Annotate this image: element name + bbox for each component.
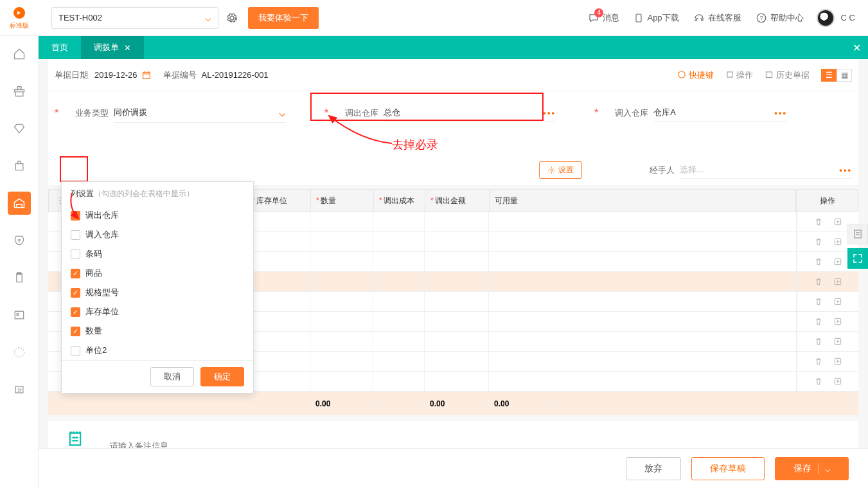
nav-bag-icon[interactable] — [8, 154, 31, 177]
checkbox-icon[interactable] — [71, 346, 80, 356]
handler-select[interactable]: 选择... ••• — [680, 161, 852, 179]
nav-gift-icon[interactable] — [8, 80, 31, 103]
fields-panel: * 业务类型 同价调拨 ⌵ * 调出仓库 总仓 ••• * 调入仓库 仓库 — [48, 91, 858, 185]
delete-icon[interactable] — [814, 337, 823, 346]
nav-network-icon[interactable] — [8, 341, 31, 364]
add-row-icon[interactable] — [833, 317, 842, 326]
note-icon — [66, 430, 84, 448]
popup-footer: 取消 确定 — [62, 360, 253, 393]
nav-diamond-icon[interactable] — [8, 117, 31, 140]
discard-button[interactable]: 放弃 — [626, 457, 681, 480]
column-option[interactable]: ✓商品 — [71, 264, 244, 283]
in-wh-select[interactable]: 仓库A ••• — [653, 104, 787, 122]
tab-transfer-order[interactable]: 调拨单 ✕ — [81, 36, 144, 59]
nav-new-icon[interactable]: 新 — [8, 378, 31, 401]
checkbox-icon[interactable] — [71, 230, 80, 240]
svg-rect-0 — [636, 14, 641, 22]
messages-link[interactable]: 4 消息 — [588, 12, 619, 24]
help-center-link[interactable]: ? 帮助中心 — [756, 12, 804, 24]
svg-rect-10 — [727, 71, 732, 77]
notes-panel-icon[interactable] — [847, 224, 868, 244]
delete-icon[interactable] — [814, 277, 823, 286]
expand-icon[interactable] — [847, 248, 868, 269]
handler-label: 经手人 — [627, 165, 675, 176]
add-row-icon[interactable] — [833, 337, 842, 346]
view-list-icon[interactable]: ☰ — [821, 69, 837, 82]
add-row-icon[interactable] — [833, 377, 842, 386]
add-row-icon[interactable] — [833, 237, 842, 246]
delete-icon[interactable] — [814, 257, 823, 266]
column-option[interactable]: 单位2 — [71, 341, 244, 360]
column-option[interactable]: ✓数量 — [71, 321, 244, 341]
add-row-icon[interactable] — [833, 257, 842, 266]
checkbox-icon[interactable] — [71, 249, 80, 259]
avatar[interactable] — [817, 9, 835, 27]
column-option[interactable]: 调入仓库 — [71, 225, 244, 244]
save-draft-button[interactable]: 保存草稿 — [691, 457, 765, 480]
checkbox-icon[interactable]: ✓ — [71, 288, 80, 298]
col-out-amount: *调出金额 — [425, 190, 490, 212]
foot-qty: 0.00 — [310, 399, 373, 408]
delete-icon[interactable] — [814, 217, 823, 226]
checkbox-icon[interactable]: ✓ — [71, 307, 80, 317]
foot-out-amount: 0.00 — [425, 399, 489, 408]
app-download-label: App下载 — [647, 12, 678, 24]
add-row-icon[interactable] — [833, 277, 842, 286]
delete-icon[interactable] — [814, 317, 823, 326]
col-out-cost: *调出成本 — [374, 190, 425, 212]
close-all-tabs-icon[interactable]: ✕ — [845, 36, 868, 59]
out-wh-select[interactable]: 总仓 ••• — [384, 104, 556, 122]
logo-icon — [12, 6, 27, 21]
popup-list[interactable]: ✓调出仓库调入仓库条码✓商品✓规格型号✓库存单位✓数量单位2 — [62, 206, 253, 360]
tab-home[interactable]: 首页 — [39, 36, 81, 59]
nav-warehouse-icon[interactable] — [8, 192, 31, 215]
nav-id-icon[interactable] — [8, 303, 31, 327]
app-download-link[interactable]: App下载 — [633, 12, 678, 24]
column-option[interactable]: 条码 — [71, 244, 244, 264]
checkbox-icon[interactable]: ✓ — [71, 327, 80, 336]
save-button[interactable]: 保存 ⌵ — [775, 457, 849, 480]
trial-button[interactable]: 我要体验一下 — [248, 7, 319, 29]
column-option-label: 单位2 — [85, 345, 107, 356]
history-link[interactable]: 历史单据 — [765, 69, 810, 81]
biz-type-select[interactable]: 同价调拨 ⌵ — [114, 103, 286, 123]
biz-type-label: 业务类型 — [61, 107, 109, 119]
required-mark: * — [324, 107, 328, 119]
nav-home-icon[interactable] — [8, 42, 31, 66]
grid-footer: 0.00 0.00 0.00 — [48, 392, 858, 415]
nav-money-icon[interactable] — [8, 229, 31, 252]
column-option[interactable]: ✓规格型号 — [71, 283, 244, 302]
col-ops: 操作 — [796, 190, 858, 212]
view-grid-icon[interactable]: ▦ — [837, 69, 852, 82]
date-label: 单据日期 — [55, 69, 88, 81]
column-option[interactable]: ✓调出仓库 — [71, 206, 244, 225]
svg-point-9 — [678, 71, 686, 78]
more-icon: ••• — [774, 108, 787, 118]
close-icon[interactable]: ✕ — [124, 43, 131, 53]
operate-link[interactable]: 操作 — [725, 69, 754, 81]
calendar-icon[interactable] — [141, 70, 152, 80]
popup-cancel-button[interactable]: 取消 — [150, 367, 194, 386]
org-selector[interactable]: TEST-H002 ⌵ — [51, 7, 218, 29]
online-service-link[interactable]: 在线客服 — [693, 12, 741, 24]
add-row-icon[interactable] — [833, 297, 842, 306]
col-available: 可用量 — [490, 190, 796, 212]
delete-icon[interactable] — [814, 237, 823, 246]
shortcut-link[interactable]: 快捷键 — [677, 69, 714, 81]
svg-point-4 — [16, 314, 18, 316]
column-option[interactable]: ✓库存单位 — [71, 302, 244, 321]
footer-actions: 放弃 保存草稿 保存 ⌵ — [39, 448, 868, 488]
checkbox-icon[interactable]: ✓ — [71, 211, 80, 221]
add-row-icon[interactable] — [833, 217, 842, 226]
popup-ok-button[interactable]: 确定 — [200, 367, 244, 386]
delete-icon[interactable] — [814, 377, 823, 386]
date-value[interactable]: 2019-12-26 — [94, 70, 137, 80]
settings-button[interactable]: 设置 — [539, 161, 582, 179]
add-row-icon[interactable] — [833, 357, 842, 366]
org-settings-icon[interactable] — [226, 12, 238, 24]
delete-icon[interactable] — [814, 297, 823, 306]
messages-badge: 4 — [594, 8, 603, 17]
nav-clipboard-icon[interactable] — [8, 266, 31, 289]
checkbox-icon[interactable]: ✓ — [71, 269, 80, 278]
delete-icon[interactable] — [814, 357, 823, 366]
